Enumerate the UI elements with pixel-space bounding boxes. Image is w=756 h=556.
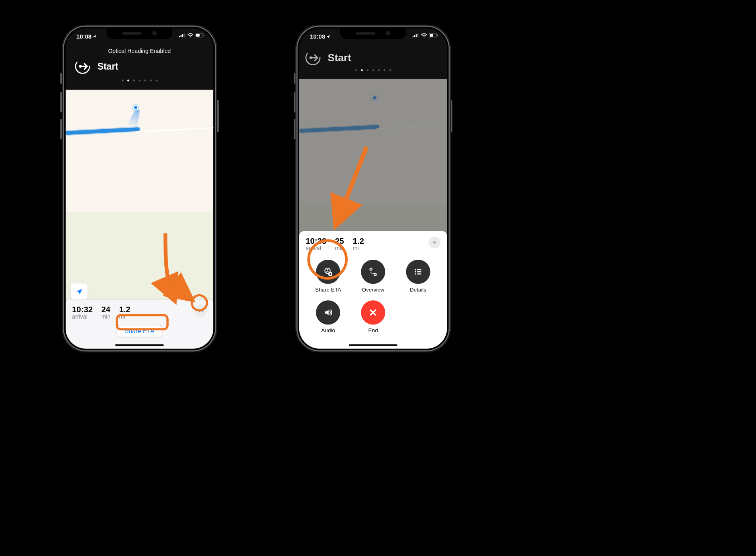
svg-rect-14 (430, 34, 433, 37)
share-eta-button[interactable]: Share ETA (117, 325, 162, 337)
svg-rect-12 (417, 33, 419, 37)
page-dots (355, 69, 391, 71)
svg-rect-28 (417, 273, 421, 274)
list-icon (413, 266, 423, 277)
svg-rect-1 (181, 35, 182, 37)
svg-point-21 (370, 268, 372, 270)
recenter-button[interactable] (71, 284, 88, 300)
arrival-stat: 10:33 arrival (306, 237, 326, 252)
chevron-up-icon (198, 308, 204, 314)
svg-point-24 (415, 271, 416, 272)
svg-point-19 (327, 269, 328, 270)
duration-stat: 25 min (335, 237, 344, 252)
details-action[interactable]: Details (406, 260, 430, 293)
current-location-dot (133, 105, 138, 111)
distance-stat: 1.2 mi (119, 305, 130, 320)
svg-rect-2 (182, 34, 183, 37)
svg-rect-3 (184, 33, 185, 37)
svg-rect-9 (413, 36, 414, 37)
svg-point-25 (415, 273, 416, 274)
location-arrow-icon (93, 35, 97, 39)
current-location-dot (372, 95, 378, 101)
svg-rect-15 (437, 35, 438, 36)
svg-rect-10 (414, 35, 415, 37)
share-eta-icon (321, 265, 335, 278)
start-label: Start (97, 61, 119, 72)
start-direction-icon (304, 49, 321, 66)
svg-rect-6 (203, 35, 204, 36)
svg-rect-27 (417, 271, 421, 272)
overview-action[interactable]: Overview (361, 260, 385, 293)
svg-point-22 (374, 273, 376, 275)
svg-rect-5 (196, 34, 200, 37)
cellular-icon (413, 33, 419, 37)
notch (107, 28, 172, 39)
distance-stat: 1.2 mi (353, 237, 364, 252)
close-icon (368, 308, 378, 317)
phone-right: 10:08 (295, 25, 451, 352)
svg-point-23 (415, 269, 416, 270)
duration-stat: 24 min (101, 305, 111, 320)
overview-icon (367, 266, 379, 278)
home-indicator (349, 344, 397, 346)
svg-rect-11 (416, 34, 417, 37)
svg-rect-26 (417, 269, 421, 270)
battery-icon (429, 33, 438, 37)
svg-rect-0 (179, 36, 180, 37)
status-time: 10:08 (310, 33, 325, 40)
notch (340, 28, 406, 39)
status-time: 10:08 (76, 33, 92, 40)
home-indicator (115, 344, 164, 346)
expand-panel-button[interactable] (195, 305, 207, 317)
start-label: Start (328, 52, 351, 64)
audio-action[interactable]: Audio (316, 300, 340, 333)
arrival-stat: 10:32 arrival (72, 305, 93, 320)
directions-panel-collapsed[interactable]: 10:32 arrival 24 min 1.2 mi Share ETA (66, 299, 214, 348)
collapse-panel-button[interactable] (429, 237, 440, 249)
directions-panel-expanded[interactable]: 10:33 arrival 25 min 1.2 mi (299, 231, 447, 349)
battery-icon (196, 33, 205, 37)
speaker-icon (322, 307, 334, 319)
wifi-icon (421, 33, 427, 37)
optical-heading-label: Optical Heading Enabled (108, 48, 171, 54)
end-action[interactable]: End (361, 300, 385, 333)
location-arrow-icon (326, 35, 331, 39)
chevron-down-icon (432, 240, 437, 245)
phone-left: 10:08 Optic (62, 25, 217, 352)
wifi-icon (187, 33, 193, 37)
location-arrow-icon (76, 288, 83, 295)
share-eta-action[interactable]: Share ETA (315, 260, 341, 293)
start-direction-icon (74, 58, 91, 75)
page-dots (121, 80, 157, 82)
cellular-icon (179, 33, 185, 37)
